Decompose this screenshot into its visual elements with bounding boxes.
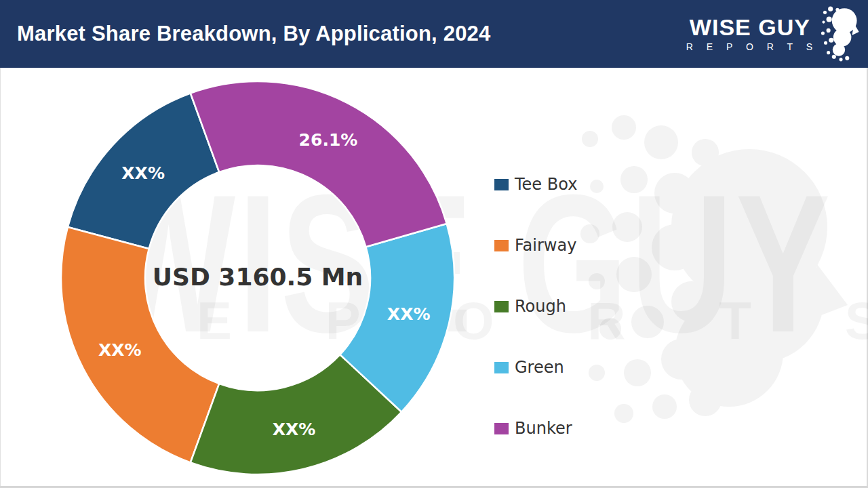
legend-swatch-fairway <box>494 240 509 251</box>
legend-item-rough: Rough <box>494 293 577 320</box>
segment-value-label-bunker: 26.1% <box>299 130 358 150</box>
segment-value-label-green: XX% <box>387 304 431 324</box>
logo-wordmark: WISE GUY R E P O R T S <box>682 16 818 52</box>
logo-wordmark-line2: R E P O R T S <box>686 41 818 52</box>
legend-label-bunker: Bunker <box>515 419 572 438</box>
legend-label-fairway: Fairway <box>515 236 576 255</box>
legend-label-tee-box: Tee Box <box>515 175 577 194</box>
segment-value-label-fairway: XX% <box>98 340 142 360</box>
legend-swatch-bunker <box>494 423 509 434</box>
segment-value-label-tee-box: XX% <box>121 163 165 183</box>
page-title: Market Share Breakdown, By Application, … <box>17 22 491 46</box>
header-bar: Market Share Breakdown, By Application, … <box>0 0 868 68</box>
legend-swatch-tee-box <box>494 179 509 190</box>
legend-swatch-green <box>494 362 509 373</box>
donut-segment-bunker <box>191 81 447 247</box>
legend-label-green: Green <box>515 358 564 377</box>
legend-item-tee-box: Tee Box <box>494 171 577 198</box>
logo-face-icon <box>819 4 860 64</box>
legend-item-bunker: Bunker <box>494 415 577 442</box>
legend-item-fairway: Fairway <box>494 232 577 259</box>
report-page: Market Share Breakdown, By Application, … <box>0 0 868 488</box>
legend-item-green: Green <box>494 354 577 381</box>
chart-legend: Tee BoxFairwayRoughGreenBunker <box>494 171 577 476</box>
logo-wordmark-line1: WISE GUY <box>682 16 818 39</box>
wise-guy-logo: WISE GUY R E P O R T S <box>682 0 860 68</box>
segment-value-label-rough: XX% <box>273 420 316 439</box>
legend-swatch-rough <box>494 301 509 312</box>
donut-center-value: USD 3160.5 Mn <box>122 263 393 291</box>
watermark-face-icon <box>566 108 851 447</box>
legend-label-rough: Rough <box>515 297 566 316</box>
